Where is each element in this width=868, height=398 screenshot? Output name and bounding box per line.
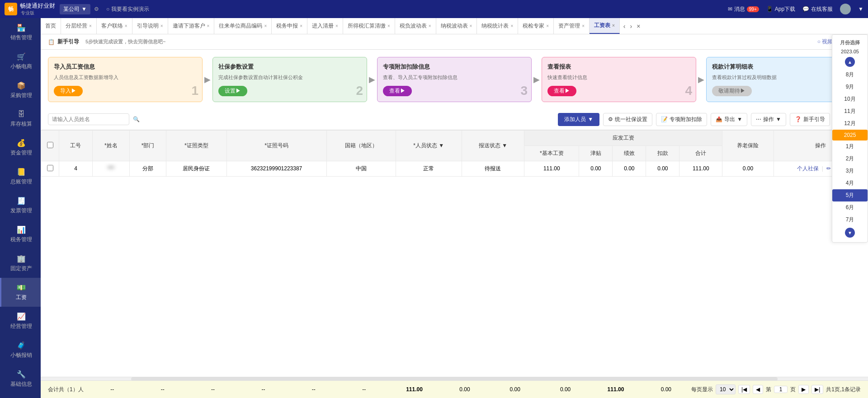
first-page-btn[interactable]: |◀ [738, 385, 750, 394]
tab-close-products[interactable]: × [264, 23, 267, 28]
step-4-btn[interactable]: 查看▶ [547, 86, 576, 96]
row-deduction: 0.00 [646, 161, 679, 176]
tab-close-invite[interactable]: × [207, 23, 210, 28]
tab-close-customer[interactable]: × [125, 23, 127, 28]
tab-close-tax-stat[interactable]: × [510, 23, 513, 28]
step-1-btn[interactable]: 导入▶ [54, 86, 83, 96]
tab-tax-expert[interactable]: 税检专家 × [518, 18, 554, 34]
sidebar-item-ecommerce[interactable]: 🛒 小畅电商 [0, 47, 41, 76]
demo-link[interactable]: ○ 我要看实例演示 [106, 5, 149, 13]
tab-products[interactable]: 往来单位商品编码 × [214, 18, 272, 34]
sidebar-item-operations[interactable]: 📈 经营管理 [0, 307, 41, 336]
sidebar-item-system[interactable]: ⚙ 系统管理 [0, 393, 41, 398]
tab-close-layered[interactable]: × [89, 23, 92, 28]
month-item-5[interactable]: 5月 [832, 189, 868, 201]
step-5-btn[interactable]: 敬请期待▶ [712, 86, 752, 96]
tab-close-tax-wave[interactable]: × [470, 23, 472, 28]
tab-asset-mgmt[interactable]: 资产管理 × [554, 18, 590, 34]
tab-customer[interactable]: 客户联络 × [97, 18, 132, 34]
action-export[interactable]: 📤 导出 ▼ [711, 113, 747, 126]
sidebar-item-ledger[interactable]: 📒 总账管理 [0, 162, 41, 191]
online-service-btn[interactable]: 💬 在线客服 [802, 5, 833, 13]
next-page-btn[interactable]: ▶ [798, 385, 809, 394]
sidebar-item-sales[interactable]: 🏪 销售管理 [0, 18, 41, 47]
tab-payroll[interactable]: 工资表 × [590, 18, 620, 34]
last-page-btn[interactable]: ▶| [811, 385, 823, 394]
sidebar-item-invoice[interactable]: 🧾 发票管理 [0, 191, 41, 220]
tab-invite[interactable]: 邀请下游客户 × [168, 18, 215, 34]
tab-layered[interactable]: 分层经营 × [61, 18, 97, 34]
action-guide[interactable]: ❓ 新手引导 [790, 113, 830, 126]
month-item-7[interactable]: 7月 [832, 214, 868, 226]
row-select-checkbox[interactable] [47, 165, 53, 171]
tab-next-btn[interactable]: › [628, 22, 634, 31]
search-icon[interactable]: 🔍 [133, 116, 140, 122]
month-item-12[interactable]: 12月 [832, 117, 868, 130]
month-item-10[interactable]: 10月 [832, 93, 868, 105]
tab-tax-wave[interactable]: 纳税波动表 × [436, 18, 477, 34]
tab-tax-report[interactable]: 税务申报 × [272, 18, 307, 34]
row-id-type: 居民身份证 [166, 161, 226, 176]
page-number-input[interactable] [774, 386, 788, 393]
step-3-btn[interactable]: 查看▶ [383, 86, 412, 96]
tab-close-all-btn[interactable]: × [635, 22, 642, 31]
app-download-btn[interactable]: 📱 App下载 [766, 5, 795, 13]
tab-close-tax-report[interactable]: × [300, 23, 302, 28]
month-item-8[interactable]: 8月 [832, 69, 868, 81]
sidebar-item-expense[interactable]: 🧳 小畅报销 [0, 336, 41, 365]
month-up-btn[interactable]: ▲ [845, 57, 855, 67]
sidebar-item-finance[interactable]: 💰 资金管理 [0, 133, 41, 162]
avatar[interactable] [840, 4, 851, 14]
tab-close-clearance[interactable]: × [335, 23, 338, 28]
sidebar-item-tax[interactable]: 📊 税务管理 [0, 220, 41, 249]
tab-close-guide-intro[interactable]: × [160, 23, 163, 28]
tab-clearance[interactable]: 进入清册 × [307, 18, 343, 34]
select-all-checkbox[interactable] [47, 142, 53, 148]
guide-video-link[interactable]: ○ 视频 [817, 38, 833, 46]
sidebar-item-basic[interactable]: 🔧 基础信息 [0, 365, 41, 393]
row-name: *** [92, 161, 129, 176]
tab-guide-intro[interactable]: 引导说明 × [132, 18, 168, 34]
sidebar-item-inventory[interactable]: 🗄 库存核算 [0, 105, 41, 133]
month-item-3[interactable]: 3月 [832, 165, 868, 177]
add-person-btn[interactable]: 添加人员 ▼ [558, 113, 599, 126]
settings-icon[interactable]: ⚙ [94, 6, 99, 12]
sidebar-item-purchase[interactable]: 📦 采购管理 [0, 76, 41, 105]
tab-tax-burden[interactable]: 税负波动表 × [395, 18, 436, 34]
sidebar-item-assets[interactable]: 🏢 固定资产 [0, 249, 41, 278]
row-op-edit[interactable]: ✏ [826, 165, 831, 172]
tab-income-tax[interactable]: 所得税汇算清缴 × [343, 18, 395, 34]
step-2-btn[interactable]: 设置▶ [218, 86, 247, 96]
month-item-6[interactable]: 6月 [832, 201, 868, 214]
month-item-11[interactable]: 11月 [832, 105, 868, 117]
horizontal-scrollbar[interactable] [41, 377, 868, 380]
user-menu[interactable]: ▼ [858, 6, 863, 12]
account-selector[interactable]: 某公司 ▼ [60, 4, 90, 14]
month-item-2[interactable]: 2月 [832, 153, 868, 165]
action-special-deduct[interactable]: 📝 专项附加扣除 [656, 113, 707, 126]
sidebar-item-payroll[interactable]: 💵 工资 [0, 278, 41, 307]
tab-home[interactable]: 首页 [41, 18, 61, 34]
row-allowance: 0.00 [579, 161, 613, 176]
per-page-select[interactable]: 10 20 50 [716, 384, 736, 394]
search-input[interactable] [48, 113, 129, 125]
tab-close-asset-mgmt[interactable]: × [582, 23, 585, 28]
month-item-4[interactable]: 4月 [832, 177, 868, 189]
prev-page-btn[interactable]: ◀ [753, 385, 763, 394]
month-panel-year: 2023.05 [841, 48, 859, 55]
action-social-insurance[interactable]: ⚙ 统一社保设置 [603, 113, 652, 126]
tab-close-payroll[interactable]: × [612, 23, 615, 28]
month-item-1[interactable]: 1月 [832, 140, 868, 153]
th-pension: 养老保险 [722, 130, 774, 161]
month-down-btn[interactable]: ▼ [845, 228, 855, 238]
tab-close-income-tax[interactable]: × [387, 23, 390, 28]
tab-close-tax-burden[interactable]: × [429, 23, 431, 28]
action-operations[interactable]: ⋯ 操作 ▼ [751, 113, 786, 126]
message-btn[interactable]: ✉ 消息 99+ [728, 5, 759, 13]
tab-tax-stat[interactable]: 纳税统计表 × [477, 18, 518, 34]
row-op-social[interactable]: 个人社保 [797, 165, 819, 172]
month-year-2025[interactable]: 2025 [832, 130, 868, 140]
tab-close-tax-expert[interactable]: × [546, 23, 549, 28]
tab-prev-btn[interactable]: ‹ [622, 22, 627, 31]
month-item-9[interactable]: 9月 [832, 81, 868, 93]
